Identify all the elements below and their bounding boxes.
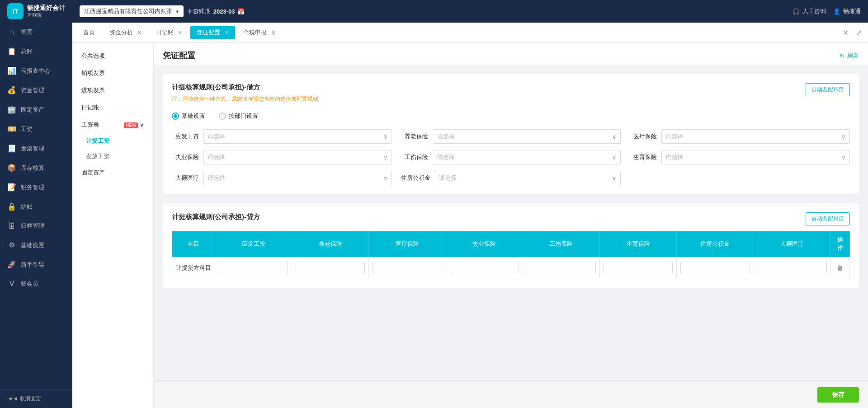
customer-service-button[interactable]: 🎧 人工咨询 [793,7,826,15]
form-select-dae_medical[interactable]: 请选择 ∨ [203,171,392,185]
credit-input-0-7[interactable] [758,262,827,274]
radio-basic-setting[interactable]: 基础设置 [172,112,205,120]
radio-group-debit: 基础设置 按部门设置 [172,112,850,120]
credit-input-0-3[interactable] [450,262,519,274]
credit-input-0-5[interactable] [604,262,673,274]
sidebar-icon-fixed: 🏢 [7,105,16,114]
sidebar-item-invoice[interactable]: 🧾 发票管理 [0,139,72,158]
sidebar-item-member[interactable]: V 畅会员 [0,274,72,293]
sidebar-item-archive[interactable]: 🗄 归档管理 [0,216,72,235]
form-select-yingfa[interactable]: 请选择 ∨ [203,129,392,144]
left-nav-sales[interactable]: 销项发票 [72,65,153,82]
left-nav-label-sales: 销项发票 [81,70,105,76]
left-nav-fixed_assets[interactable]: 固定资产 [72,164,153,181]
chevron-down-yingfa-icon: ∨ [383,133,388,140]
form-item-zhufang: 住房公积金 请选择 ∨ [401,171,621,185]
tab-funds[interactable]: 资金分析✕ [103,26,148,39]
credit-input-0-1[interactable] [296,262,365,274]
left-nav-sub-pay_salary[interactable]: 发放工资 [72,149,153,164]
form-select-yiliao[interactable]: 请选择 ∨ [661,129,850,144]
chevron-down-yiliao-icon: ∨ [841,133,846,140]
calendar-icon[interactable]: 📅 [237,8,245,15]
sidebar-item-ledger[interactable]: 📋 总账 [0,42,72,61]
form-select-shengyu[interactable]: 请选择 ∨ [661,150,850,164]
credit-input-0-4[interactable] [527,262,596,274]
left-nav-purchase[interactable]: 进项发票 [72,82,153,99]
chevron-down-zhufang-icon: ∨ [612,175,617,182]
sidebar-item-home[interactable]: ⌂ 首页 [0,23,72,42]
sidebar-label-basic: 基础设置 [21,241,44,249]
service-label: 人工咨询 [802,7,826,15]
tab-voucher[interactable]: 凭证配置✕ [190,26,235,39]
credit-th-0: 科目 [172,231,215,257]
debit-section: 计提核算规则(公司承担)-借方 注：只能选择一种方式，系统将按照您当前的选择来配… [163,74,859,194]
close-tab-button[interactable]: ✕ [841,27,850,39]
form-select-yanglao[interactable]: 请选择 ∨ [433,129,621,144]
form-select-zhufang[interactable]: 请选择 ∨ [435,171,621,185]
company-selector[interactable]: 江西服宝精品有限责任公司内账张 ▾ [80,5,184,17]
sidebar-icon-inventory: 📦 [7,164,16,172]
sidebar-item-inventory[interactable]: 📦 库存核算 [0,158,72,178]
form-label-shiye: 失业保险 [172,153,199,161]
sidebar-item-reports[interactable]: 📊 云报表中心 [0,61,72,80]
settings-icon[interactable]: ⚙ [193,7,199,16]
left-nav-diary[interactable]: 日记账 [72,99,153,116]
credit-table-wrapper: 科目应发工资养老保险医疗保险失业保险工伤保险生育保险住房公积金大额医疗操作 计提… [172,231,850,279]
left-nav-salary_table[interactable]: 工资表 NEW ∨ [72,116,153,133]
credit-th-8: 大额医疗 [754,231,830,257]
sidebar-label-salary: 工资 [21,125,33,133]
auto-match-debit-button[interactable]: 自动匹配科目 [806,83,850,96]
left-nav-label-fixed_assets: 固定资产 [81,169,105,176]
left-nav-public[interactable]: 公共选项 [72,47,153,65]
tab-tax[interactable]: 个税申报✕ [237,26,282,39]
left-nav-sub-calc_salary[interactable]: 计提工资 [72,133,153,149]
sidebar-icon-tax: 📝 [7,183,16,192]
cancel-fixed-button[interactable]: ◄◄ 取消固定 [0,389,72,408]
auto-match-credit-button[interactable]: 自动匹配科目 [806,212,850,225]
form-select-shiye[interactable]: 请选择 ∨ [203,150,392,164]
sidebar-item-salary[interactable]: 💴 工资 [0,119,72,139]
refresh-button[interactable]: ↻ 刷新 [840,52,859,60]
form-label-gongshang: 工伤保险 [401,153,428,161]
credit-input-0-2[interactable] [373,262,442,274]
sidebar-item-guide[interactable]: 🚀 新手引导 [0,255,72,274]
sidebar-label-closing: 结账 [21,203,33,211]
credit-th-4: 失业保险 [446,231,523,257]
form-select-placeholder-dae_medical: 请选择 [208,174,225,182]
left-nav-sub-label-calc_salary: 计提工资 [86,137,109,144]
sidebar-item-basic[interactable]: ⚙ 基础设置 [0,235,72,255]
sidebar-item-tax[interactable]: 📝 税务管理 [0,178,72,197]
new-badge-salary_table: NEW [124,122,138,128]
close-tab-tax-icon[interactable]: ✕ [271,30,275,36]
credit-input-0-6[interactable] [680,262,750,274]
user-profile[interactable]: 👤 畅捷通 [833,7,861,15]
table-row: 计提贷方科目🗑 [172,257,850,279]
credit-th-1: 应发工资 [215,231,292,257]
cancel-fixed-label: ◄◄ 取消固定 [7,395,41,403]
form-item-shiye: 失业保险 请选择 ∨ [172,150,392,164]
save-button[interactable]: 保存 [817,387,859,403]
left-nav-label-salary_table: 工资表 [81,121,99,129]
chevron-down-shengyu-icon: ∨ [841,154,846,161]
sidebar-item-fixed[interactable]: 🏢 固定资产 [0,100,72,119]
delete-row-0-button[interactable]: 🗑 [837,264,843,272]
radio-dept-setting[interactable]: 按部门设置 [219,112,258,120]
expand-button[interactable]: ⤢ [854,27,863,39]
sidebar-label-ledger: 总账 [21,47,33,56]
tab-diary[interactable]: 日记账✕ [150,26,189,39]
close-tab-funds-icon[interactable]: ✕ [137,30,142,36]
tab-home[interactable]: 首页 [77,26,101,39]
username: 畅捷通 [843,7,861,15]
sidebar-item-funds[interactable]: 💰 资金管理 [0,80,72,100]
credit-input-0-0[interactable] [219,262,288,274]
chevron-down-icon: ▾ [176,8,179,15]
sidebar-icon-home: ⌂ [7,28,16,36]
sidebar-item-closing[interactable]: 🔒 结账 [0,197,72,216]
close-tab-diary-icon[interactable]: ✕ [178,30,182,36]
credit-row-0-cell-3 [446,257,523,279]
form-label-yanglao: 养老保险 [401,132,428,141]
close-tab-voucher-icon[interactable]: ✕ [225,30,229,36]
left-nav-label-purchase: 进项发票 [81,87,105,94]
add-tab-button[interactable]: + [187,6,193,17]
form-select-gongshang[interactable]: 请选择 ∨ [433,150,621,164]
